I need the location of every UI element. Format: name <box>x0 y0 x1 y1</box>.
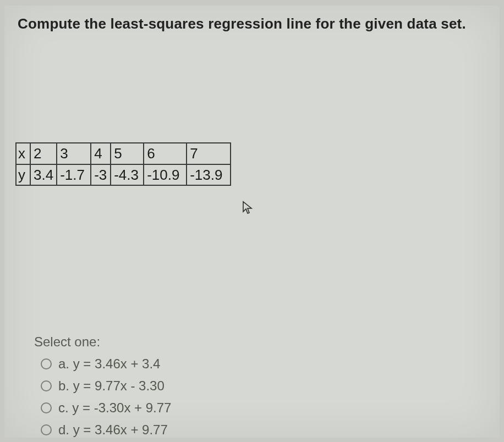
cell: 6 <box>144 143 187 164</box>
radio-icon[interactable] <box>41 358 52 369</box>
cell: -10.9 <box>144 164 187 186</box>
row-header-y: y <box>16 164 30 186</box>
question-page: Compute the least-squares regression lin… <box>4 5 500 438</box>
option-b[interactable]: b. y = 9.77x - 3.30 <box>34 378 171 394</box>
cell: -1.7 <box>57 164 91 186</box>
question-title: Compute the least-squares regression lin… <box>18 15 489 32</box>
answer-block: Select one: a. y = 3.46x + 3.4 b. y = 9.… <box>34 334 171 442</box>
option-a-text: a. y = 3.46x + 3.4 <box>58 356 160 372</box>
option-c[interactable]: c. y = -3.30x + 9.77 <box>34 400 171 416</box>
cell: -3 <box>91 164 111 186</box>
cell: 3 <box>57 143 91 164</box>
table-row-y: y 3.4 -1.7 -3 -4.3 -10.9 -13.9 <box>16 164 231 186</box>
option-a[interactable]: a. y = 3.46x + 3.4 <box>34 356 171 372</box>
row-header-x: x <box>16 143 30 164</box>
option-d[interactable]: d. y = 3.46x + 9.77 <box>34 422 171 438</box>
table-row-x: x 2 3 4 5 6 7 <box>16 143 231 164</box>
radio-icon[interactable] <box>41 402 52 413</box>
cell: 7 <box>187 143 231 164</box>
radio-icon[interactable] <box>41 424 52 435</box>
cell: 3.4 <box>30 164 57 186</box>
radio-icon[interactable] <box>41 380 52 391</box>
cell: -4.3 <box>111 164 144 186</box>
cell: 2 <box>30 143 57 164</box>
option-d-text: d. y = 3.46x + 9.77 <box>58 422 168 438</box>
cell: 4 <box>91 143 111 164</box>
option-c-text: c. y = -3.30x + 9.77 <box>58 400 171 416</box>
cell: -13.9 <box>187 164 231 186</box>
option-b-text: b. y = 9.77x - 3.30 <box>58 378 165 394</box>
select-one-label: Select one: <box>34 334 171 350</box>
data-table: x 2 3 4 5 6 7 y 3.4 -1.7 -3 -4.3 -10.9 -… <box>15 142 231 186</box>
cell: 5 <box>111 143 144 164</box>
mouse-cursor-icon <box>242 201 253 215</box>
